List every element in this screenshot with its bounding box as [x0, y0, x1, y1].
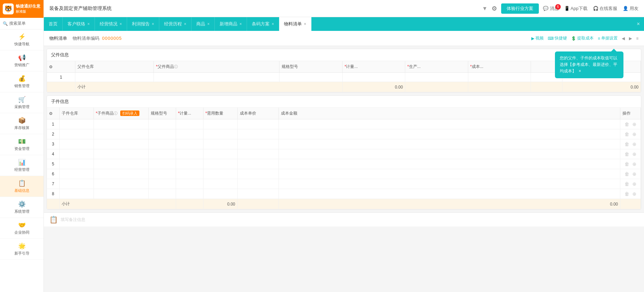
- message-button[interactable]: 💬 6 消息: [543, 5, 559, 12]
- delete-icon-4[interactable]: 🗑: [623, 151, 630, 157]
- child-cell-spec-6[interactable]: [148, 169, 176, 179]
- child-cell-unit-7[interactable]: [176, 179, 203, 189]
- child-cell-goods-8[interactable]: [94, 189, 148, 199]
- settings-icon[interactable]: ⚙: [492, 5, 497, 12]
- tab-operations-close[interactable]: ×: [120, 22, 122, 26]
- child-cell-qty-5[interactable]: [203, 159, 237, 169]
- child-cell-spec-8[interactable]: [148, 189, 176, 199]
- trial-button[interactable]: 体验行业方案: [501, 3, 539, 14]
- child-cell-price-5[interactable]: [237, 159, 278, 169]
- child-th-gear[interactable]: ⚙: [47, 108, 59, 119]
- sidebar-item-sales[interactable]: 💰 销售管理: [0, 71, 44, 92]
- scan-badge[interactable]: 扫码录入: [120, 110, 139, 116]
- child-cell-warehouse-2[interactable]: [59, 129, 94, 139]
- tab-new-goods[interactable]: 新增商品 ×: [215, 17, 247, 31]
- delete-icon-7[interactable]: 🗑: [623, 181, 630, 187]
- child-cell-goods-5[interactable]: [94, 159, 148, 169]
- child-cell-qty-3[interactable]: [203, 139, 237, 149]
- child-cell-warehouse-6[interactable]: [59, 169, 94, 179]
- child-cell-warehouse-7[interactable]: [59, 179, 94, 189]
- child-cell-spec-4[interactable]: [148, 149, 176, 159]
- child-cell-unit-5[interactable]: [176, 159, 203, 169]
- child-cell-price-4[interactable]: [237, 149, 278, 159]
- tab-new-goods-close[interactable]: ×: [239, 22, 242, 26]
- child-cell-warehouse-1[interactable]: [59, 119, 94, 129]
- child-cell-qty-2[interactable]: [203, 129, 237, 139]
- list-view-icon[interactable]: ≡: [636, 36, 639, 41]
- child-cell-warehouse-3[interactable]: [59, 139, 94, 149]
- child-cell-unit-6[interactable]: [176, 169, 203, 179]
- tab-history-close[interactable]: ×: [184, 22, 186, 26]
- parent-cell-unit-1[interactable]: [342, 73, 405, 82]
- tab-profit-close[interactable]: ×: [152, 22, 154, 26]
- child-cell-price-2[interactable]: [237, 129, 278, 139]
- parent-th-gear[interactable]: ⚙: [47, 61, 75, 73]
- child-cell-warehouse-5[interactable]: [59, 159, 94, 169]
- app-download-button[interactable]: 📱 App下载: [564, 5, 587, 12]
- child-cell-goods-3[interactable]: [94, 139, 148, 149]
- action-cost[interactable]: 💲 提取成本: [571, 35, 594, 41]
- child-cell-spec-2[interactable]: [148, 129, 176, 139]
- child-cell-unit-2[interactable]: [176, 129, 203, 139]
- sidebar-item-operations[interactable]: 📊 经营管理: [0, 155, 44, 176]
- child-cell-price-1[interactable]: [237, 119, 278, 129]
- action-view[interactable]: ▶ 视频: [531, 35, 544, 41]
- tab-operations[interactable]: 经营情况 ×: [95, 17, 127, 31]
- delete-icon-1[interactable]: 🗑: [623, 121, 630, 127]
- child-cell-unit-1[interactable]: [176, 119, 203, 129]
- bottom-hint[interactable]: 填写备注信息: [61, 217, 85, 223]
- action-settings[interactable]: ≡ 单据设置: [598, 35, 618, 41]
- child-cell-goods-1[interactable]: [94, 119, 148, 129]
- parent-cell-production-1[interactable]: [405, 73, 468, 82]
- delete-icon-5[interactable]: 🗑: [623, 161, 630, 167]
- child-cell-unit-8[interactable]: [176, 189, 203, 199]
- delete-icon-6[interactable]: 🗑: [623, 171, 630, 177]
- tab-profit[interactable]: 利润报告 ×: [127, 17, 159, 31]
- child-cell-qty-8[interactable]: [203, 189, 237, 199]
- child-cell-spec-7[interactable]: [148, 179, 176, 189]
- sidebar-item-system[interactable]: ⚙️ 系统管理: [0, 197, 44, 218]
- child-cell-qty-6[interactable]: [203, 169, 237, 179]
- delete-icon-2[interactable]: 🗑: [623, 131, 630, 137]
- child-cell-spec-3[interactable]: [148, 139, 176, 149]
- sidebar-item-inventory[interactable]: 📦 库存核算: [0, 113, 44, 134]
- copy-icon-3[interactable]: ⊕: [631, 141, 637, 147]
- delete-icon-8[interactable]: 🗑: [623, 191, 630, 197]
- tab-bom[interactable]: 物料清单 ×: [279, 17, 311, 31]
- tab-customer[interactable]: 客户联络 ×: [63, 17, 95, 31]
- tab-home[interactable]: 首页: [44, 17, 63, 31]
- copy-icon-1[interactable]: ⊕: [631, 121, 637, 127]
- action-shortcut[interactable]: ⌨ 快捷键: [548, 35, 567, 41]
- copy-icon-6[interactable]: ⊕: [631, 171, 637, 177]
- child-cell-price-3[interactable]: [237, 139, 278, 149]
- tooltip-close-button[interactable]: ×: [579, 69, 581, 73]
- child-cell-warehouse-4[interactable]: [59, 149, 94, 159]
- sidebar-search[interactable]: 🔍 搜索菜单: [0, 18, 44, 30]
- copy-icon-2[interactable]: ⊕: [631, 131, 637, 137]
- child-cell-goods-2[interactable]: [94, 129, 148, 139]
- copy-icon-4[interactable]: ⊕: [631, 151, 637, 157]
- sidebar-item-enterprise[interactable]: 🤝 企业协同: [0, 218, 44, 239]
- child-cell-warehouse-8[interactable]: [59, 189, 94, 199]
- nav-prev[interactable]: ◀: [622, 36, 625, 41]
- child-cell-goods-4[interactable]: [94, 149, 148, 159]
- tab-goods-close[interactable]: ×: [207, 22, 210, 26]
- child-cell-goods-7[interactable]: [94, 179, 148, 189]
- copy-icon-8[interactable]: ⊕: [631, 191, 637, 197]
- child-cell-goods-6[interactable]: [94, 169, 148, 179]
- child-cell-price-7[interactable]: [237, 179, 278, 189]
- system-dropdown-icon[interactable]: ▼: [482, 5, 487, 12]
- sidebar-item-basic-info[interactable]: 📋 基础信息: [0, 176, 44, 197]
- delete-icon-3[interactable]: 🗑: [623, 141, 630, 147]
- child-cell-qty-1[interactable]: [203, 119, 237, 129]
- sidebar-item-finance[interactable]: 💵 资金管理: [0, 134, 44, 155]
- sidebar-item-purchase[interactable]: 🛒 采购管理: [0, 92, 44, 113]
- child-cell-qty-4[interactable]: [203, 149, 237, 159]
- child-cell-price-6[interactable]: [237, 169, 278, 179]
- sidebar-item-marketing[interactable]: 📢 营销推广: [0, 50, 44, 71]
- child-cell-price-8[interactable]: [237, 189, 278, 199]
- child-cell-spec-5[interactable]: [148, 159, 176, 169]
- parent-cell-cost-1[interactable]: [468, 73, 531, 82]
- tab-barcode-close[interactable]: ×: [272, 22, 274, 26]
- tab-customer-close[interactable]: ×: [87, 22, 90, 26]
